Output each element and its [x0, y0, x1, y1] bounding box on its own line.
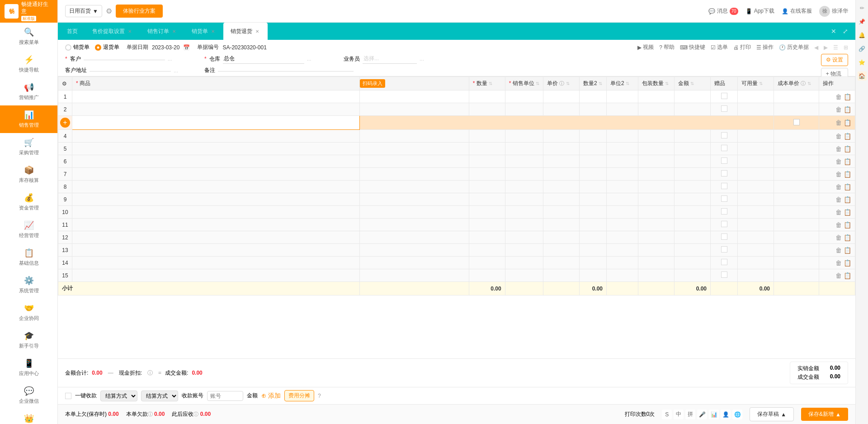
- avail-sort-icon[interactable]: ⇅: [759, 81, 763, 86]
- taskbar-globe-icon[interactable]: 🌐: [732, 410, 742, 419]
- radio-sales[interactable]: 销货单: [65, 43, 90, 51]
- save-draft-btn[interactable]: 保存草稿 ▲: [750, 407, 794, 421]
- unit2-sort-icon[interactable]: ⇅: [626, 81, 629, 86]
- toolbar-operate[interactable]: ☰ 操作: [756, 43, 774, 51]
- sidebar-item-sales[interactable]: 📊 销售管理: [0, 105, 57, 133]
- tab-price-settings[interactable]: 售价提取设置 ✕: [85, 23, 140, 40]
- salesperson-more-icon[interactable]: ...: [420, 56, 424, 62]
- row-14-copy-btn[interactable]: 📋: [844, 259, 851, 267]
- right-panel-edit-icon[interactable]: ✏: [858, 4, 867, 13]
- row-3-product[interactable]: [72, 116, 360, 130]
- taskbar-mic-icon[interactable]: 🎤: [697, 410, 707, 419]
- row-1-pkg[interactable]: [638, 91, 675, 103]
- row-1-delete-btn[interactable]: 🗑: [835, 93, 842, 100]
- settings-btn[interactable]: ⚙ 设置: [821, 54, 848, 66]
- row-2-qty[interactable]: [469, 103, 505, 116]
- row-2-qty2[interactable]: [580, 103, 607, 116]
- taskbar-user-icon[interactable]: 👤: [721, 410, 731, 419]
- sidebar-item-system[interactable]: ⚙️ 系统管理: [0, 271, 57, 299]
- sidebar-item-apps[interactable]: 📱 应用中心: [0, 354, 57, 381]
- row-1-avail[interactable]: [738, 91, 774, 103]
- row-2-pkg[interactable]: [638, 103, 675, 116]
- row-1-product[interactable]: [72, 91, 360, 103]
- row-2-unit2[interactable]: [607, 103, 638, 116]
- user-menu[interactable]: 徐 徐泽华: [819, 6, 848, 17]
- nav-next-icon[interactable]: ▶: [824, 44, 828, 51]
- cost-sort-icon[interactable]: ⇅: [807, 81, 811, 86]
- method-select[interactable]: 结算方式: [100, 391, 137, 401]
- amount-sort-icon[interactable]: ⇅: [690, 81, 694, 86]
- right-panel-star-icon[interactable]: ⭐: [858, 58, 867, 67]
- sidebar-item-shortcut[interactable]: ⚡ 快捷导航: [0, 50, 57, 78]
- row-9-delete-btn[interactable]: 🗑: [835, 196, 842, 203]
- row-8-delete-btn[interactable]: 🗑: [835, 183, 842, 191]
- save-new-btn[interactable]: 保存&新增 ▲: [801, 408, 848, 421]
- toolbar-print[interactable]: 🖨 打印: [733, 43, 751, 51]
- row-12-delete-btn[interactable]: 🗑: [835, 234, 842, 241]
- tab-sales-order[interactable]: 销售订单 ✕: [140, 23, 184, 40]
- row-2-price[interactable]: [543, 103, 580, 116]
- row-2-copy-btn[interactable]: 📋: [844, 106, 851, 113]
- sidebar-item-member[interactable]: 👑 畅会员: [0, 409, 57, 424]
- account-input[interactable]: [207, 391, 243, 401]
- app-download-btn[interactable]: 📱 App下载: [745, 7, 774, 15]
- row-7-copy-btn[interactable]: 📋: [844, 171, 851, 178]
- row-2-avail[interactable]: [738, 103, 774, 116]
- row-15-copy-btn[interactable]: 📋: [844, 272, 851, 279]
- tab-home[interactable]: 首页: [60, 23, 85, 40]
- row-4-delete-btn[interactable]: 🗑: [835, 133, 842, 140]
- sidebar-item-search[interactable]: 🔍 搜索菜单: [0, 23, 57, 50]
- view-grid-icon[interactable]: ⊞: [844, 44, 848, 51]
- row-15-delete-btn[interactable]: 🗑: [835, 272, 842, 279]
- taskbar-s-icon[interactable]: S: [662, 410, 672, 419]
- row-4-copy-btn[interactable]: 📋: [844, 133, 851, 140]
- row-3-copy-btn[interactable]: 📋: [844, 119, 851, 126]
- toolbar-video[interactable]: ▶ 视频: [637, 43, 654, 51]
- view-list-icon[interactable]: ☰: [833, 44, 838, 51]
- scan-input-btn[interactable]: 扫码录入: [360, 79, 385, 88]
- taskbar-zh-icon[interactable]: 中: [674, 410, 684, 419]
- row-11-copy-btn[interactable]: 📋: [844, 221, 851, 229]
- row-1-copy-btn[interactable]: 📋: [844, 93, 851, 100]
- row-2-product[interactable]: [72, 103, 360, 116]
- row-6-delete-btn[interactable]: 🗑: [835, 158, 842, 165]
- row-1-gift[interactable]: [711, 91, 738, 103]
- right-panel-bell-icon[interactable]: 🔔: [858, 31, 867, 40]
- pkg-sort-icon[interactable]: ⇅: [665, 81, 669, 86]
- tab-sales-invoice-close[interactable]: ✕: [210, 28, 216, 34]
- calendar-icon[interactable]: 📅: [183, 44, 190, 51]
- row-9-copy-btn[interactable]: 📋: [844, 196, 851, 203]
- row-2-gift[interactable]: [711, 103, 738, 116]
- online-service-btn[interactable]: 👤 在线客服: [782, 7, 812, 15]
- right-panel-pin-icon[interactable]: 📌: [858, 17, 867, 26]
- row-5-copy-btn[interactable]: 📋: [844, 145, 851, 152]
- sidebar-item-enterprise[interactable]: 🤝 企业协同: [0, 299, 57, 326]
- row-13-delete-btn[interactable]: 🗑: [835, 247, 842, 254]
- unit-sort-icon[interactable]: ⇅: [536, 81, 539, 86]
- row-1-qty2[interactable]: [580, 91, 607, 103]
- sidebar-item-marketing[interactable]: 📢 营销推广: [0, 78, 57, 105]
- tabs-close-all-btn[interactable]: ✕: [829, 27, 838, 36]
- th-gear[interactable]: ⚙: [58, 77, 72, 91]
- tab-sales-return[interactable]: 销货退货 ✕: [223, 23, 268, 40]
- tab-sales-return-close[interactable]: ✕: [254, 28, 260, 34]
- row-11-delete-btn[interactable]: 🗑: [835, 221, 842, 229]
- row-10-copy-btn[interactable]: 📋: [844, 209, 851, 216]
- row-7-delete-btn[interactable]: 🗑: [835, 171, 842, 178]
- row-8-copy-btn[interactable]: 📋: [844, 183, 851, 191]
- sidebar-item-wechat[interactable]: 💬 企业微信: [0, 381, 57, 409]
- row-6-copy-btn[interactable]: 📋: [844, 158, 851, 165]
- toolbar-select[interactable]: ☑ 选单: [711, 43, 728, 51]
- sidebar-item-purchase[interactable]: 🛒 采购管理: [0, 133, 57, 161]
- radio-return[interactable]: 退货单: [95, 43, 119, 51]
- right-panel-home-icon[interactable]: 🏠: [858, 71, 867, 81]
- experience-btn[interactable]: 体验行业方案: [116, 5, 163, 18]
- date-value[interactable]: 2023-03-20: [152, 44, 179, 51]
- row-14-delete-btn[interactable]: 🗑: [835, 259, 842, 267]
- qty2-sort-icon[interactable]: ⇅: [599, 81, 602, 86]
- sidebar-item-inventory[interactable]: 📦 库存核算: [0, 161, 57, 188]
- address-input[interactable]: [90, 69, 171, 71]
- row-2-cost[interactable]: [774, 103, 819, 116]
- qty-sort-icon[interactable]: ⇅: [489, 81, 492, 86]
- taskbar-chart-icon[interactable]: 📊: [709, 410, 719, 419]
